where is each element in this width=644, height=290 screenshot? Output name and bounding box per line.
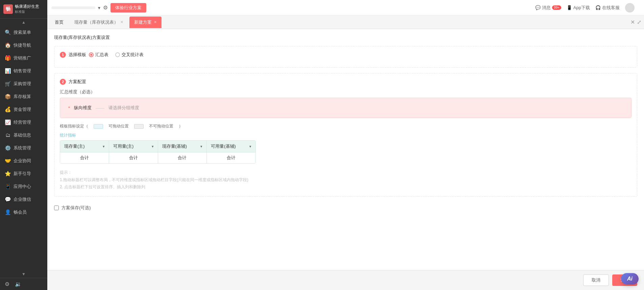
sidebar-item-finance[interactable]: 💰 资金管理: [0, 103, 47, 116]
user-avatar[interactable]: [625, 3, 635, 13]
topbar-search-box: [51, 6, 95, 9]
sidebar-item-system[interactable]: ⚙️ 系统管理: [0, 142, 47, 154]
logo-icon: 畅: [3, 4, 13, 14]
dimension-label: 汇总维度（必选）: [60, 89, 631, 95]
radio-cross[interactable]: 交叉统计表: [115, 52, 144, 58]
col-chevron-1[interactable]: ▾: [152, 144, 154, 149]
col-label-0: 现存量(主): [64, 143, 85, 149]
footer-buttons: 取消 查询: [47, 270, 644, 290]
sidebar-scroll-up[interactable]: ▲: [0, 19, 47, 26]
sidebar-item-sales[interactable]: 📊 销售管理: [0, 65, 47, 77]
sidebar-item-basic[interactable]: 🗂 基础信息: [0, 129, 47, 142]
col-chevron-2[interactable]: ▾: [200, 144, 202, 149]
col-chevron-3[interactable]: ▾: [249, 144, 251, 149]
content-area: 现存量(库存状况表)方案设置 1 选择模板 汇总表 交叉统计表: [47, 29, 644, 270]
app-name: 畅康通好生意: [15, 4, 39, 9]
step1-section: 1 选择模板 汇总表 交叉统计表: [54, 46, 637, 68]
col-header-2[interactable]: 现存量(基辅) ▾: [158, 141, 207, 152]
topbar-gear-icon[interactable]: ⚙: [103, 4, 108, 11]
save-label: 方案保存(可选): [61, 205, 91, 211]
sidebar-guide-label: 新手引导: [14, 171, 31, 177]
tab-collapse-icon[interactable]: ✕: [630, 19, 635, 25]
sidebar-item-purchase[interactable]: 🛒 采购管理: [0, 77, 47, 90]
sidebar-item-member[interactable]: 👤 畅会员: [0, 206, 47, 219]
app-logo: 畅 畅康通好生意 标准版: [0, 0, 47, 19]
sidebar-item-apps[interactable]: 📱 应用中心: [0, 180, 47, 193]
online-service-button[interactable]: 🎧 在线客服: [595, 5, 620, 11]
radio-cross-dot: [115, 52, 120, 57]
page-title: 现存量(库存状况表)方案设置: [54, 34, 637, 41]
sound-icon[interactable]: 🔉: [15, 281, 22, 287]
col-header-3[interactable]: 可用量(基辅) ▾: [207, 141, 255, 152]
sidebar-operation-label: 经营管理: [14, 119, 31, 125]
save-option-bar: 方案保存(可选): [54, 202, 637, 214]
step2-title: 方案配置: [69, 79, 86, 85]
radio-cross-label: 交叉统计表: [122, 52, 144, 58]
step1-header: 1 选择模板 汇总表 交叉统计表: [60, 52, 631, 58]
stat-label: 统计指标: [60, 132, 631, 138]
sidebar-item-shortcut[interactable]: 🏠 快捷导航: [0, 39, 47, 52]
app-edition: 标准版: [15, 9, 39, 14]
save-checkbox[interactable]: [54, 206, 59, 210]
sidebar-search-label: 搜索菜单: [14, 29, 31, 35]
radio-summary-dot: [89, 52, 94, 57]
trial-industry-button[interactable]: 体验行业方案: [110, 3, 146, 13]
message-icon: 💬: [535, 5, 541, 10]
message-button[interactable]: 💬 消息 99+: [535, 5, 561, 11]
tab-inventory-close[interactable]: ✕: [120, 20, 123, 24]
cancel-button[interactable]: 取消: [583, 274, 609, 286]
tip-item-2: 2. 点击标题栏下拉可设置排序、插入列和删除列: [60, 184, 631, 191]
sidebar-apps-label: 应用中心: [14, 184, 31, 190]
sidebar-scroll-down[interactable]: ▼: [0, 270, 47, 278]
stat-cell-3: 合计: [207, 152, 255, 163]
content-wrapper: 现存量(库存状况表)方案设置 1 选择模板 汇总表 交叉统计表: [47, 29, 644, 290]
sidebar-member-label: 畅会员: [14, 209, 27, 215]
required-mark: *: [68, 105, 70, 111]
topbar-dropdown-arrow[interactable]: ▾: [98, 5, 100, 10]
handshake-icon: 🤝: [5, 158, 11, 164]
gear-icon: ⚙️: [5, 145, 11, 151]
sidebar-item-wechat[interactable]: 💬 企业微信: [0, 193, 47, 206]
tab-bar: 首页 现存量（库存状况表） ✕ 新建方案 ✕ ✕ ⤢: [47, 16, 644, 29]
sidebar-item-inventory[interactable]: 📦 库存核算: [0, 90, 47, 103]
step2-header: 2 方案配置: [60, 79, 631, 85]
app-download-icon: 📱: [567, 5, 572, 10]
col-chevron-0[interactable]: ▾: [103, 144, 105, 149]
gift-icon: 🎁: [5, 55, 11, 61]
radio-summary[interactable]: 汇总表: [89, 52, 108, 58]
col-header-0[interactable]: 现存量(主) ▾: [60, 141, 109, 152]
template-radio-group: 汇总表 交叉统计表: [89, 52, 144, 58]
sidebar-item-guide[interactable]: ⭐ 新手引导: [0, 167, 47, 180]
tab-inventory-status[interactable]: 现存量（库存状况表） ✕: [70, 17, 128, 28]
fixed-legend-label: 不可拖动位置: [149, 123, 173, 129]
phone-icon: 📱: [5, 184, 11, 190]
dimension-box[interactable]: * 纵向维度 —— 请选择分组维度: [60, 98, 631, 118]
home-icon: 🏠: [5, 42, 11, 48]
sidebar-item-operation[interactable]: 📈 经营管理: [0, 116, 47, 129]
sidebar-item-search[interactable]: 🔍 搜索菜单: [0, 26, 47, 39]
tab-new-plan-close[interactable]: ✕: [154, 20, 157, 24]
sidebar-nav: 🔍 搜索菜单 🏠 快捷导航 🎁 营销推广 📊 销售管理 🛒 采购管理 📦 库存核…: [0, 26, 47, 270]
tab-home[interactable]: 首页: [50, 17, 68, 28]
stat-cell-2: 合计: [158, 152, 207, 163]
indicator-legend: 模板指标设定（ 可拖动位置 不可拖动位置 ）: [60, 123, 631, 129]
sidebar-finance-label: 资金管理: [14, 106, 31, 113]
dim-dash: ——: [96, 105, 104, 111]
tab-expand-icon[interactable]: ⤢: [637, 19, 641, 25]
tab-home-label: 首页: [55, 19, 64, 25]
step1-title: 选择模板: [69, 52, 86, 58]
settings-icon[interactable]: ⚙: [5, 281, 9, 287]
sidebar-item-contract[interactable]: 🤝 企业协同: [0, 154, 47, 167]
tips-section: 提示： 1.拖动标题栏可以调整布局，不可跨维度或指标区域拖动栏目字段(只能在同一…: [60, 169, 631, 191]
service-icon: 🎧: [595, 5, 601, 10]
sidebar-marketing-label: 营销推广: [14, 55, 31, 61]
cart-icon: 🛒: [5, 81, 11, 87]
col-header-1[interactable]: 可用量(主) ▾: [109, 141, 158, 152]
message-badge: 99+: [552, 5, 561, 10]
sidebar-footer: ⚙ 🔉: [0, 278, 47, 290]
app-download-button[interactable]: 📱 App下载: [567, 5, 590, 11]
sidebar-item-marketing[interactable]: 🎁 营销推广: [0, 52, 47, 65]
ai-fab-button[interactable]: Ai: [621, 273, 639, 285]
stat-table-header: 现存量(主) ▾ 可用量(主) ▾ 现存量(基辅) ▾: [60, 141, 255, 152]
tab-new-plan[interactable]: 新建方案 ✕: [129, 17, 162, 28]
